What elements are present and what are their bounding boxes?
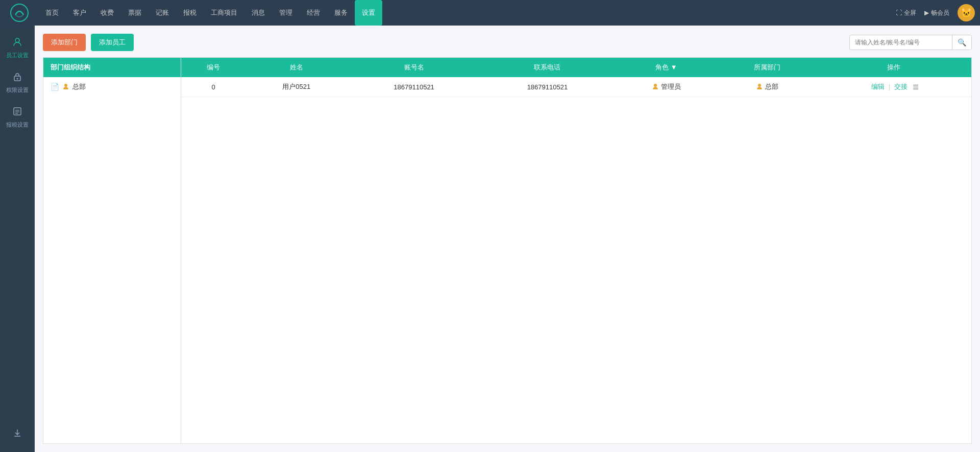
nav-tax[interactable]: 报税 bbox=[176, 0, 204, 26]
cell-dept: 总部 bbox=[719, 77, 817, 97]
search-box: 🔍 bbox=[849, 35, 972, 50]
svg-point-9 bbox=[654, 84, 657, 87]
search-icon: 🔍 bbox=[958, 38, 966, 46]
col-phone: 联系电话 bbox=[481, 58, 614, 77]
nav-operation[interactable]: 经营 bbox=[300, 0, 327, 26]
logo-icon bbox=[5, 4, 33, 22]
svg-point-1 bbox=[15, 38, 19, 42]
employee-table: 编号 姓名 账号名 联系电话 角色 ▼ 所属部门 操作 0 用户0521 bbox=[181, 58, 971, 443]
main-layout: 员工设置 权限设置 报税设置 bbox=[0, 26, 980, 452]
tree-header: 部门组织结构 bbox=[43, 58, 181, 77]
cell-account: 18679110521 bbox=[347, 77, 480, 97]
sidebar-bottom bbox=[0, 422, 35, 452]
add-employee-button[interactable]: 添加员工 bbox=[91, 34, 134, 51]
dept-person-icon bbox=[62, 83, 69, 91]
cell-actions: 编辑 | 交接 bbox=[816, 77, 971, 97]
avatar-button[interactable]: 🐱 bbox=[958, 4, 975, 21]
nav-service[interactable]: 服务 bbox=[327, 0, 355, 26]
cell-role: 管理员 bbox=[614, 77, 718, 97]
nav-fee[interactable]: 收费 bbox=[93, 0, 121, 26]
transfer-button[interactable]: 交接 bbox=[894, 83, 908, 90]
col-dept: 所属部门 bbox=[719, 58, 817, 77]
vip-icon: ▶ bbox=[924, 9, 929, 16]
sidebar-label-taxsetting: 报税设置 bbox=[6, 121, 29, 129]
svg-point-3 bbox=[17, 78, 18, 80]
tax-setting-icon bbox=[12, 106, 22, 119]
department-tree: 部门组织结构 📄 总部 bbox=[43, 58, 181, 443]
add-department-button[interactable]: 添加部门 bbox=[43, 34, 86, 51]
search-button[interactable]: 🔍 bbox=[952, 35, 971, 50]
dept-name: 总部 bbox=[72, 82, 86, 91]
col-role[interactable]: 角色 ▼ bbox=[614, 58, 718, 77]
file-icon: 📄 bbox=[51, 83, 59, 91]
svg-rect-4 bbox=[14, 108, 21, 115]
nav-business[interactable]: 工商项目 bbox=[204, 0, 244, 26]
top-navigation: 首页 客户 收费 票据 记账 报税 工商项目 消息 管理 经营 服务 设置 ⛶ … bbox=[0, 0, 980, 26]
sidebar-item-permission[interactable]: 权限设置 bbox=[0, 65, 35, 100]
sidebar-label-permission: 权限设置 bbox=[6, 86, 29, 94]
svg-point-0 bbox=[11, 4, 28, 21]
sidebar-item-taxsetting[interactable]: 报税设置 bbox=[0, 100, 35, 135]
toolbar: 添加部门 添加员工 🔍 bbox=[43, 34, 972, 51]
table-header-row: 编号 姓名 账号名 联系电话 角色 ▼ 所属部门 操作 bbox=[181, 58, 971, 77]
table-area: 部门组织结构 📄 总部 编号 bbox=[43, 57, 972, 444]
nav-items-container: 首页 客户 收费 票据 记账 报税 工商项目 消息 管理 经营 服务 设置 bbox=[38, 0, 896, 26]
nav-manage[interactable]: 管理 bbox=[272, 0, 300, 26]
avatar-icon: 🐱 bbox=[961, 7, 972, 18]
sidebar: 员工设置 权限设置 报税设置 bbox=[0, 26, 35, 452]
col-id: 编号 bbox=[181, 58, 246, 77]
download-icon bbox=[12, 428, 22, 441]
nav-accounting[interactable]: 记账 bbox=[149, 0, 176, 26]
cell-id: 0 bbox=[181, 77, 246, 97]
nav-message[interactable]: 消息 bbox=[244, 0, 272, 26]
sidebar-label-employee: 员工设置 bbox=[6, 52, 29, 59]
sidebar-item-download[interactable] bbox=[0, 422, 35, 447]
table-row: 0 用户0521 18679110521 18679110521 bbox=[181, 77, 971, 97]
cell-name: 用户0521 bbox=[246, 77, 347, 97]
nav-home[interactable]: 首页 bbox=[38, 0, 66, 26]
svg-point-8 bbox=[64, 84, 67, 87]
fullscreen-icon: ⛶ bbox=[896, 9, 902, 16]
nav-invoice[interactable]: 票据 bbox=[121, 0, 149, 26]
sidebar-item-employee[interactable]: 员工设置 bbox=[0, 31, 35, 65]
row-scrollbar[interactable] bbox=[913, 84, 918, 90]
fullscreen-button[interactable]: ⛶ 全屏 bbox=[896, 9, 916, 17]
vip-button[interactable]: ▶ 畅会员 bbox=[924, 9, 949, 17]
nav-settings[interactable]: 设置 bbox=[355, 0, 382, 26]
edit-button[interactable]: 编辑 bbox=[871, 83, 885, 90]
employee-icon bbox=[12, 37, 22, 50]
cell-phone: 18679110521 bbox=[481, 77, 614, 97]
right-tools: ⛶ 全屏 ▶ 畅会员 🐱 bbox=[896, 4, 975, 21]
content-area: 添加部门 添加员工 🔍 部门组织结构 📄 bbox=[35, 26, 980, 452]
dept-person-icon bbox=[756, 83, 763, 91]
nav-customer[interactable]: 客户 bbox=[66, 0, 93, 26]
col-actions: 操作 bbox=[816, 58, 971, 77]
search-input[interactable] bbox=[850, 36, 952, 49]
tree-item-general[interactable]: 📄 总部 bbox=[43, 77, 181, 97]
svg-point-10 bbox=[758, 84, 761, 87]
role-person-icon bbox=[652, 83, 659, 91]
lock-icon bbox=[12, 72, 22, 84]
col-account: 账号名 bbox=[347, 58, 480, 77]
col-name: 姓名 bbox=[246, 58, 347, 77]
